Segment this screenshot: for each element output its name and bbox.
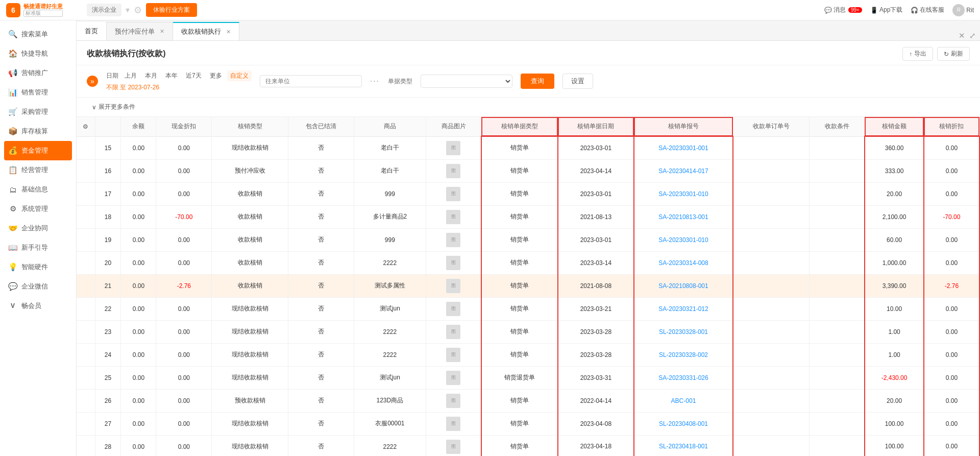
bill-type-select[interactable]: [421, 75, 512, 88]
user-item[interactable]: R Rit: [952, 4, 974, 16]
date-opt-this-month[interactable]: 本月: [142, 70, 160, 81]
gear-cell[interactable]: [77, 159, 95, 182]
date-opt-this-year[interactable]: 本年: [162, 70, 181, 81]
partner-input[interactable]: [260, 75, 362, 87]
sidebar-item-basic-info[interactable]: 🗂 基础信息: [0, 180, 76, 199]
gear-cell[interactable]: [77, 228, 95, 251]
seq-column-header: [95, 117, 121, 136]
verify-amount-cell: 360.00: [865, 136, 923, 159]
sidebar-item-system[interactable]: ⚙ 系统管理: [0, 199, 76, 219]
receipt-cond-cell: [809, 251, 865, 274]
app-download-label: App下载: [879, 6, 902, 14]
gear-cell[interactable]: [77, 412, 95, 435]
goods-img-cell: 图: [426, 182, 481, 205]
sidebar-item-guide[interactable]: 📖 新手引导: [0, 238, 76, 257]
bill-no-link[interactable]: ABC-001: [671, 397, 696, 404]
company-name[interactable]: 演示企业: [87, 4, 121, 16]
verify-discount-cell: -2.76: [924, 274, 979, 297]
bill-date-cell: 2021-08-13: [558, 205, 634, 228]
query-button[interactable]: 查询: [521, 74, 554, 89]
dropdown-arrow-icon[interactable]: ▾: [126, 5, 130, 15]
bill-no-link[interactable]: SA-20210813-001: [658, 213, 708, 221]
bill-no-link[interactable]: SA-20230331-026: [658, 374, 708, 381]
app-download-item[interactable]: 📱 App下载: [870, 6, 902, 14]
gear-cell[interactable]: [77, 320, 95, 343]
sidebar-item-collab[interactable]: 🤝 企业协同: [0, 219, 76, 238]
table-row: 25 0.00 0.00 现结收款核销 否 测试jun 图 销货退货单 2023…: [77, 366, 979, 389]
sidebar-label-collab: 企业协同: [21, 224, 48, 233]
purchase-icon: 🛒: [8, 107, 17, 116]
tab-maximize-icon[interactable]: ⤢: [969, 31, 976, 40]
sidebar-item-search[interactable]: 🔍 搜索菜单: [0, 25, 76, 44]
gear-cell[interactable]: [77, 251, 95, 274]
bill-no-link[interactable]: SL-20230328-001: [659, 328, 708, 335]
date-opt-last-month[interactable]: 上月: [121, 70, 140, 81]
online-service-item[interactable]: 🎧 在线客服: [911, 6, 944, 14]
receipt-order-cell: [733, 343, 809, 366]
gear-cell[interactable]: [77, 366, 95, 389]
bill-no-link[interactable]: SA-20230301-001: [658, 145, 708, 152]
seq-cell: 27: [95, 412, 121, 435]
filter-toggle-button[interactable]: »: [87, 76, 98, 87]
top-right: 💬 消息 99+ 📱 App下载 🎧 在线客服 R Rit: [824, 4, 974, 16]
refresh-button[interactable]: ↻ 刷新: [937, 47, 970, 61]
bill-no-link[interactable]: SA-20230414-017: [658, 167, 708, 175]
setting-button[interactable]: 设置: [562, 74, 593, 89]
message-item[interactable]: 💬 消息 99+: [824, 6, 862, 14]
gear-cell[interactable]: [77, 205, 95, 228]
sidebar-item-nav[interactable]: 🏠 快捷导航: [0, 44, 76, 63]
bill-date-cell: 2023-03-01: [558, 182, 634, 205]
tab-prepay-close-icon[interactable]: ✕: [160, 28, 164, 35]
tab-home[interactable]: 首页: [77, 22, 107, 40]
tab-receipt-verify[interactable]: 收款核销执行 ✕: [173, 22, 239, 40]
receipt-order-cell: [733, 435, 809, 456]
bill-no-link[interactable]: SL-20230418-001: [659, 443, 708, 450]
gear-column-header[interactable]: ⚙: [77, 117, 95, 136]
sidebar-item-finance[interactable]: 💰 资金管理: [4, 141, 72, 160]
date-opt-more[interactable]: 更多: [207, 70, 225, 81]
bill-no-link[interactable]: SA-20230314-008: [658, 259, 708, 267]
gear-cell[interactable]: [77, 389, 95, 412]
sidebar-item-hardware[interactable]: 💡 智能硬件: [0, 257, 76, 277]
sidebar-item-purchase[interactable]: 🛒 采购管理: [0, 102, 76, 122]
bill-no-cell: SA-20210813-001: [634, 205, 733, 228]
sidebar-item-sales[interactable]: 📊 销售管理: [0, 83, 76, 102]
export-button[interactable]: ↑ 导出: [902, 47, 933, 61]
receipt-order-cell: [733, 320, 809, 343]
verify-discount-cell: 0.00: [924, 412, 979, 435]
date-opt-7days[interactable]: 近7天: [183, 70, 205, 81]
gear-cell[interactable]: [77, 274, 95, 297]
bill-no-link[interactable]: SA-20230301-010: [658, 236, 708, 244]
gear-cell[interactable]: [77, 343, 95, 366]
sidebar-item-marketing[interactable]: 📢 营销推广: [0, 63, 76, 83]
tab-receipt-close-icon[interactable]: ✕: [226, 29, 231, 35]
sidebar-item-operations[interactable]: 📋 经营管理: [0, 160, 76, 180]
settings-icon[interactable]: ⚙: [134, 5, 142, 16]
table-row: 19 0.00 0.00 收款核销 否 999 图 销货单 2023-03-01…: [77, 228, 979, 251]
gear-cell[interactable]: [77, 136, 95, 159]
date-custom-btn[interactable]: 自定义: [227, 70, 252, 81]
sidebar-item-member[interactable]: V 畅会员: [0, 296, 76, 316]
bill-no-link[interactable]: SL-20230408-001: [659, 420, 708, 427]
verify-amount-cell: 3,390.00: [865, 274, 923, 297]
gear-cell[interactable]: [77, 435, 95, 456]
cash-discount-cell: 0.00: [156, 343, 212, 366]
cash-discount-cell: 0.00: [156, 366, 212, 389]
bill-date-column-header: 核销单据日期: [558, 117, 634, 136]
bill-no-link[interactable]: SA-20230301-010: [658, 190, 708, 198]
expand-conditions-btn[interactable]: ∨ 展开更多条件: [87, 101, 970, 113]
bill-no-link[interactable]: SA-20230321-012: [658, 305, 708, 313]
bill-no-link[interactable]: SA-20210808-001: [658, 282, 708, 290]
gear-cell[interactable]: [77, 297, 95, 320]
goods-cell: 测试多属性: [354, 274, 426, 297]
table-row: 28 0.00 0.00 现结收款核销 否 2222 图 销货单 2023-04…: [77, 435, 979, 456]
sidebar-item-wechat[interactable]: 💬 企业微信: [0, 277, 76, 296]
industry-btn[interactable]: 休验行业方案: [146, 3, 197, 17]
sidebar-item-inventory[interactable]: 📦 库存核算: [0, 122, 76, 141]
bill-no-link[interactable]: SL-20230328-002: [659, 351, 708, 358]
seq-cell: 19: [95, 228, 121, 251]
tab-close-all-icon[interactable]: ✕: [959, 31, 965, 40]
bill-type-cell: 销货单: [481, 182, 557, 205]
gear-cell[interactable]: [77, 182, 95, 205]
tab-prepay[interactable]: 预付冲应付单 ✕: [107, 22, 173, 40]
